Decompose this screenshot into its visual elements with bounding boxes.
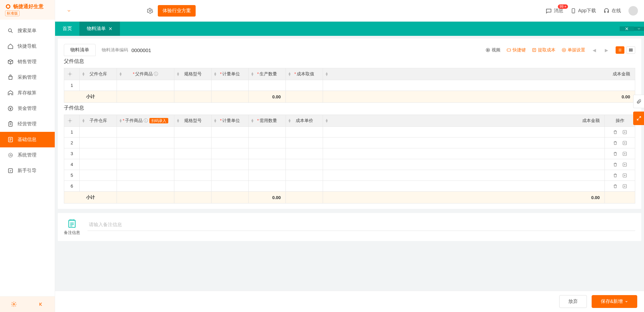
table-row[interactable]: 2 (64, 138, 635, 148)
col-parent-cost-method[interactable]: ▲▼*成本取值 (286, 68, 323, 80)
headset-icon (603, 8, 610, 14)
guide-icon (7, 168, 14, 174)
bag-icon (7, 74, 14, 80)
col-parent-qty[interactable]: ▲▼*生产数量 (249, 68, 286, 80)
expand-tab[interactable] (633, 112, 644, 125)
col-parent-cost-amount[interactable]: ▲▼成本金额 (323, 68, 635, 80)
help-icon[interactable]: ⓘ (154, 71, 158, 76)
video-link[interactable]: 视频 (486, 47, 500, 53)
list-view-btn[interactable] (616, 46, 624, 54)
add-row-icon[interactable] (622, 173, 627, 178)
extract-cost-link[interactable]: 提取成本 (532, 47, 555, 53)
table-row[interactable]: 3 (64, 148, 635, 159)
tab-home[interactable]: 首页 (55, 22, 79, 36)
add-row-icon[interactable] (622, 184, 627, 189)
app-download-link[interactable]: App下载 (571, 8, 596, 14)
nav-operations[interactable]: 经营管理 (0, 116, 55, 132)
scan-badge[interactable]: 扫码录入 (149, 118, 168, 123)
nav-guide[interactable]: 新手引导 (0, 163, 55, 178)
subtotal-row: 小计0.000.00 (64, 91, 635, 103)
col-parent-product[interactable]: ▲▼*父件商品ⓘ (117, 68, 174, 80)
col-parent-unit[interactable]: ▲▼*计量单位 (212, 68, 249, 80)
account-settings-icon[interactable] (147, 8, 153, 14)
nav-purchase[interactable]: 采购管理 (0, 70, 55, 85)
collapse-icon[interactable] (38, 301, 44, 307)
col-child-cost-amount[interactable]: ▲▼成本金额 (323, 115, 605, 127)
col-config[interactable] (64, 115, 80, 127)
tabs-more[interactable] (634, 27, 644, 31)
doc-code-label: 物料清单编码 (102, 47, 128, 53)
nav-search[interactable]: 搜索菜单 (0, 23, 55, 39)
search-icon (7, 28, 14, 34)
online-link[interactable]: 在线 (603, 8, 621, 14)
table-row[interactable]: 4 (64, 159, 635, 170)
chevron-down-icon (67, 8, 71, 13)
col-child-warehouse[interactable]: ▲▼子件仓库 (80, 115, 117, 127)
prev-doc[interactable]: ◀ (591, 48, 597, 53)
doc-setting-link[interactable]: 单据设置 (562, 47, 585, 53)
table-row[interactable]: 6 (64, 181, 635, 192)
add-row-icon[interactable] (622, 162, 627, 167)
nav-label: 基础信息 (18, 137, 36, 143)
card-view-btn[interactable] (626, 46, 635, 54)
topbar-right: 消息 99 + App下载 在线 (546, 6, 638, 16)
col-parent-warehouse[interactable]: ▲▼父件仓库 (80, 68, 117, 80)
settings-icon[interactable] (11, 301, 17, 307)
messages-link[interactable]: 消息 99 + (546, 8, 563, 14)
delete-row-icon[interactable] (613, 162, 618, 167)
float-tabs (633, 95, 644, 125)
footer: 放弃 保存&新增 (55, 291, 644, 312)
notes-input[interactable] (88, 218, 635, 231)
delete-row-icon[interactable] (613, 130, 618, 135)
promo-button[interactable]: 体验行业方案 (158, 5, 196, 17)
table-row[interactable]: 1 (64, 80, 635, 91)
clipboard-icon (7, 121, 14, 127)
col-child-unit[interactable]: ▲▼*计量单位 (212, 115, 249, 127)
col-child-spec[interactable]: ▲▼规格型号 (174, 115, 212, 127)
add-row-icon[interactable] (622, 141, 627, 145)
save-new-button[interactable]: 保存&新增 (592, 295, 637, 308)
svg-rect-15 (629, 49, 631, 50)
nav-funds[interactable]: 资金管理 (0, 101, 55, 116)
nav-basics[interactable]: 基础信息 (0, 132, 55, 147)
svg-point-8 (149, 10, 151, 11)
doc-icon (7, 137, 14, 143)
col-ops: 操作 (605, 115, 635, 127)
next-doc[interactable]: ▶ (603, 48, 610, 53)
add-row-icon[interactable] (622, 130, 627, 135)
help-icon[interactable]: ⓘ (144, 118, 148, 123)
close-all-tabs[interactable] (620, 26, 634, 31)
col-config[interactable] (64, 68, 80, 80)
add-row-icon[interactable] (622, 151, 627, 156)
notes-icon (67, 218, 77, 229)
nav-label: 新手引导 (18, 168, 36, 174)
tabstrip: 首页 物料清单 ✕ (55, 22, 644, 36)
nav-quicknav[interactable]: 快捷导航 (0, 39, 55, 54)
notes-panel: 备注信息 (58, 213, 641, 241)
col-child-product[interactable]: ▲▼*子件商品ⓘ扫码录入 (117, 115, 174, 127)
nav-inventory[interactable]: 库存核算 (0, 85, 55, 101)
attachment-tab[interactable] (633, 95, 644, 108)
topbar: 体验行业方案 消息 99 + App下载 在线 (55, 0, 644, 22)
avatar[interactable] (628, 6, 638, 16)
delete-row-icon[interactable] (613, 141, 618, 145)
table-row[interactable]: 5 (64, 170, 635, 181)
doc-tab: 物料清单 (64, 44, 96, 56)
delete-row-icon[interactable] (613, 151, 618, 156)
svg-rect-17 (629, 50, 631, 52)
col-parent-spec[interactable]: ▲▼规格型号 (174, 68, 212, 80)
col-child-cost-price[interactable]: ▲▼成本单价 (286, 115, 323, 127)
nav-system[interactable]: 系统管理 (0, 147, 55, 163)
table-row[interactable]: 1 (64, 127, 635, 138)
col-child-need-qty[interactable]: ▲▼*需用数量 (249, 115, 286, 127)
delete-row-icon[interactable] (613, 173, 618, 178)
delete-row-icon[interactable] (613, 184, 618, 189)
tab-bom[interactable]: 物料清单 ✕ (79, 22, 120, 36)
main-panel: 物料清单 物料清单编码 0000001 视频 快捷键 提取成本 单据设置 ◀ ▶ (58, 39, 641, 209)
discard-button[interactable]: 放弃 (559, 295, 587, 308)
account-select[interactable] (61, 7, 142, 15)
close-icon[interactable]: ✕ (108, 26, 113, 31)
shortcut-link[interactable]: 快捷键 (506, 47, 526, 53)
notes-label: 备注信息 (64, 230, 80, 236)
nav-sales[interactable]: 销售管理 (0, 54, 55, 70)
